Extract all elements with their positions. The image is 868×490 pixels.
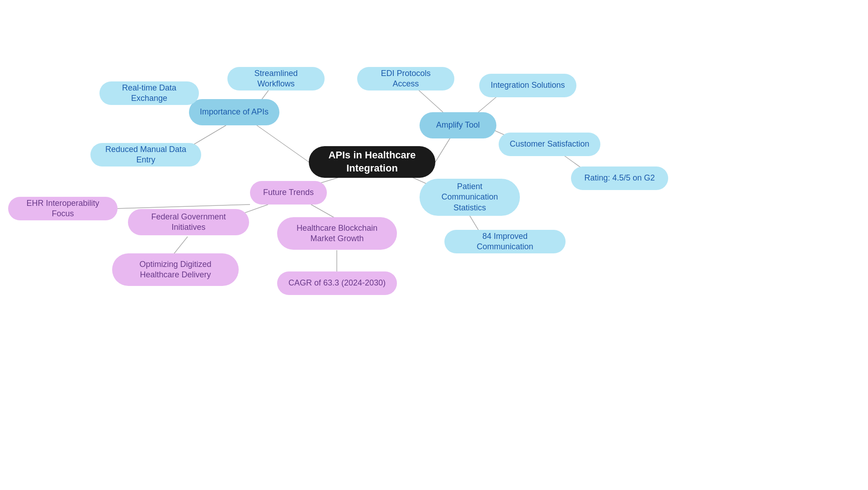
edi-protocols-node: EDI Protocols Access	[357, 67, 454, 90]
customer-satisfaction-node: Customer Satisfaction	[499, 133, 600, 156]
amplify-tool-node: Amplify Tool	[420, 112, 496, 138]
streamlined-workflows-node: Streamlined Workflows	[227, 67, 325, 90]
rating-node: Rating: 4.5/5 on G2	[571, 167, 668, 190]
real-time-data-node: Real-time Data Exchange	[99, 81, 199, 105]
svg-line-0	[257, 125, 309, 162]
improved-comm-node: 84 Improved Communication	[444, 230, 566, 253]
svg-line-12	[173, 237, 188, 255]
blockchain-node: Healthcare Blockchain Market Growth	[277, 217, 397, 250]
importance-apis-node: Importance of APIs	[189, 99, 279, 125]
cagr-node: CAGR of 63.3 (2024-2030)	[277, 271, 397, 295]
integration-solutions-node: Integration Solutions	[479, 74, 576, 97]
patient-comm-node: Patient Communication Statistics	[420, 179, 520, 216]
ehr-focus-node: EHR Interoperability Focus	[8, 197, 118, 220]
federal-gov-node: Federal Government Initiatives	[128, 209, 249, 235]
svg-line-11	[115, 205, 250, 209]
reduced-manual-node: Reduced Manual Data Entry	[90, 143, 201, 167]
center-node: APIs in Healthcare Integration	[309, 146, 435, 178]
future-trends-node: Future Trends	[250, 181, 327, 205]
svg-line-13	[311, 205, 336, 219]
optimizing-node: Optimizing Digitized Healthcare Delivery	[112, 253, 239, 286]
